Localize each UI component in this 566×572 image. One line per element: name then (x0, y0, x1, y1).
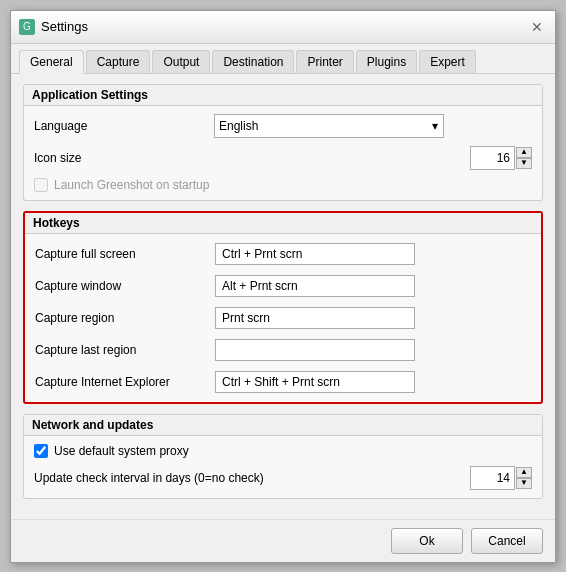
hotkey-label-4: Capture Internet Explorer (35, 375, 215, 389)
tab-plugins[interactable]: Plugins (356, 50, 417, 73)
ok-button[interactable]: Ok (391, 528, 463, 554)
language-label: Language (34, 119, 214, 133)
hotkey-label-3: Capture last region (35, 343, 215, 357)
icon-size-down-button[interactable]: ▼ (516, 158, 532, 169)
network-body: Use default system proxy Update check in… (24, 436, 542, 498)
cancel-button[interactable]: Cancel (471, 528, 543, 554)
title-bar-left: G Settings (19, 19, 88, 35)
update-value: ▲ ▼ (314, 466, 532, 490)
launch-label: Launch Greenshot on startup (54, 178, 209, 192)
window-title: Settings (41, 19, 88, 34)
language-value: English (214, 114, 532, 138)
content-area: Application Settings Language English (11, 74, 555, 519)
close-button[interactable]: ✕ (527, 17, 547, 37)
settings-window: G Settings ✕ General Capture Output Dest… (10, 10, 556, 563)
hotkey-input-2[interactable] (215, 307, 415, 329)
hotkey-input-0[interactable] (215, 243, 415, 265)
hotkey-row-1: Capture window (35, 274, 531, 298)
network-title: Network and updates (24, 415, 542, 436)
hotkey-input-wrapper-2 (215, 307, 531, 329)
hotkeys-body: Capture full screen Capture window Captu… (25, 234, 541, 402)
hotkeys-section: Hotkeys Capture full screen Capture wind… (23, 211, 543, 404)
update-row: Update check interval in days (0=no chec… (34, 466, 532, 490)
hotkey-input-4[interactable] (215, 371, 415, 393)
update-label: Update check interval in days (0=no chec… (34, 471, 314, 485)
hotkeys-title: Hotkeys (25, 213, 541, 234)
hotkey-row-0: Capture full screen (35, 242, 531, 266)
language-row: Language English (34, 114, 532, 138)
tab-destination[interactable]: Destination (212, 50, 294, 73)
tab-general[interactable]: General (19, 50, 84, 74)
tab-expert[interactable]: Expert (419, 50, 476, 73)
title-bar: G Settings ✕ (11, 11, 555, 44)
hotkey-input-wrapper-0 (215, 243, 531, 265)
hotkey-row-3: Capture last region (35, 338, 531, 362)
footer: Ok Cancel (11, 519, 555, 562)
app-settings-section: Application Settings Language English (23, 84, 543, 201)
update-spinner: ▲ ▼ (516, 467, 532, 489)
hotkey-label-0: Capture full screen (35, 247, 215, 261)
app-settings-title: Application Settings (24, 85, 542, 106)
launch-row: Launch Greenshot on startup (34, 178, 532, 192)
hotkey-input-3[interactable] (215, 339, 415, 361)
hotkey-row-4: Capture Internet Explorer (35, 370, 531, 394)
hotkey-label-2: Capture region (35, 311, 215, 325)
icon-size-value: ▲ ▼ (214, 146, 532, 170)
language-select-wrapper: English (214, 114, 444, 138)
update-down-button[interactable]: ▼ (516, 478, 532, 489)
hotkey-label-1: Capture window (35, 279, 215, 293)
language-select[interactable]: English (214, 114, 444, 138)
network-section: Network and updates Use default system p… (23, 414, 543, 499)
tab-printer[interactable]: Printer (296, 50, 353, 73)
launch-checkbox[interactable] (34, 178, 48, 192)
hotkey-input-1[interactable] (215, 275, 415, 297)
proxy-checkbox[interactable] (34, 444, 48, 458)
update-input[interactable] (470, 466, 515, 490)
hotkey-input-wrapper-1 (215, 275, 531, 297)
icon-size-spinner: ▲ ▼ (516, 147, 532, 169)
tab-bar: General Capture Output Destination Print… (11, 44, 555, 74)
proxy-label: Use default system proxy (54, 444, 189, 458)
tab-output[interactable]: Output (152, 50, 210, 73)
hotkey-row-2: Capture region (35, 306, 531, 330)
icon-size-row: Icon size ▲ ▼ (34, 146, 532, 170)
update-up-button[interactable]: ▲ (516, 467, 532, 478)
hotkey-input-wrapper-4 (215, 371, 531, 393)
icon-size-up-button[interactable]: ▲ (516, 147, 532, 158)
hotkey-input-wrapper-3 (215, 339, 531, 361)
icon-size-label: Icon size (34, 151, 214, 165)
app-settings-body: Language English Icon size (24, 106, 542, 200)
icon-size-input[interactable] (470, 146, 515, 170)
tab-capture[interactable]: Capture (86, 50, 151, 73)
proxy-row: Use default system proxy (34, 444, 532, 458)
app-icon: G (19, 19, 35, 35)
